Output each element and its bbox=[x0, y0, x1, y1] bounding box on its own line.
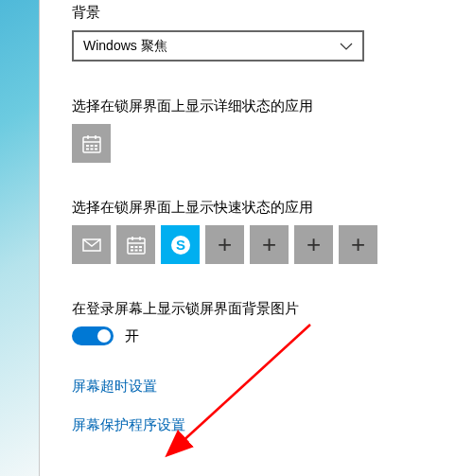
window-left-edge bbox=[0, 0, 40, 476]
quick-status-section: 选择在锁屏界面上显示快速状态的应用 bbox=[72, 199, 447, 264]
svg-rect-5 bbox=[90, 145, 93, 147]
svg-rect-19 bbox=[134, 249, 137, 251]
link-screensaver-settings[interactable]: 屏幕保护程序设置 bbox=[72, 416, 185, 434]
toggle-knob bbox=[97, 329, 111, 343]
app-tile-mail[interactable] bbox=[72, 225, 111, 264]
app-tile-add-2[interactable]: + bbox=[250, 225, 289, 264]
svg-rect-15 bbox=[131, 246, 133, 248]
plus-icon: + bbox=[351, 230, 365, 259]
chevron-down-icon bbox=[340, 43, 353, 50]
app-tile-add-4[interactable]: + bbox=[339, 225, 377, 264]
svg-rect-20 bbox=[139, 249, 142, 251]
mail-icon bbox=[81, 235, 102, 256]
svg-rect-4 bbox=[86, 145, 89, 147]
svg-rect-9 bbox=[95, 148, 97, 150]
svg-rect-17 bbox=[139, 246, 142, 248]
background-label: 背景 bbox=[72, 4, 447, 22]
show-bg-label: 在登录屏幕上显示锁屏界面背景图片 bbox=[72, 300, 447, 318]
app-tile-skype[interactable]: S bbox=[161, 225, 200, 264]
quick-status-label: 选择在锁屏界面上显示快速状态的应用 bbox=[72, 199, 447, 217]
background-section: 背景 Windows 聚焦 bbox=[72, 4, 447, 62]
app-tile-calendar[interactable] bbox=[72, 124, 111, 163]
svg-rect-8 bbox=[90, 148, 93, 150]
svg-rect-16 bbox=[134, 246, 137, 248]
background-dropdown[interactable]: Windows 聚焦 bbox=[72, 30, 364, 62]
toggle-state-label: 开 bbox=[125, 327, 139, 345]
app-tile-calendar[interactable] bbox=[116, 225, 155, 264]
calendar-icon bbox=[81, 133, 102, 154]
plus-icon: + bbox=[307, 230, 321, 259]
svg-rect-18 bbox=[131, 249, 133, 251]
detail-status-section: 选择在锁屏界面上显示详细状态的应用 bbox=[72, 97, 447, 163]
detail-status-label: 选择在锁屏界面上显示详细状态的应用 bbox=[72, 97, 447, 115]
calendar-icon bbox=[126, 235, 147, 256]
show-bg-section: 在登录屏幕上显示锁屏界面背景图片 开 bbox=[72, 300, 447, 345]
plus-icon: + bbox=[218, 230, 232, 259]
app-tile-add-3[interactable]: + bbox=[294, 225, 333, 264]
skype-icon: S bbox=[169, 234, 192, 256]
app-tile-add-1[interactable]: + bbox=[205, 225, 244, 264]
plus-icon: + bbox=[262, 230, 276, 259]
show-bg-toggle[interactable] bbox=[72, 326, 114, 345]
settings-content: 背景 Windows 聚焦 选择在锁屏界面上显示详细状态的应用 bbox=[40, 0, 473, 476]
svg-text:S: S bbox=[175, 237, 184, 253]
svg-rect-7 bbox=[86, 148, 89, 150]
background-dropdown-value: Windows 聚焦 bbox=[83, 38, 167, 55]
svg-rect-6 bbox=[95, 145, 97, 147]
link-screen-timeout[interactable]: 屏幕超时设置 bbox=[72, 378, 157, 396]
